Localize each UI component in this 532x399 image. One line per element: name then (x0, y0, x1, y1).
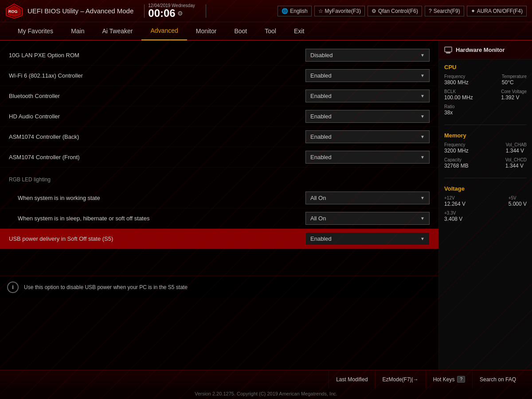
setting-label-lan-pxe: 10G LAN PXE Option ROM (9, 52, 305, 59)
hw-cpu-bclk-value: 100.00 MHz (444, 94, 473, 101)
dropdown-asm-back[interactable]: Enabled ▼ (305, 130, 430, 143)
dropdown-rgb-sleep[interactable]: All On ▼ (305, 212, 430, 225)
language-globe-icon: 🌐 (282, 8, 288, 14)
menu-advanced[interactable]: Advanced (141, 22, 187, 40)
datetime-area: 12/04/2019 Wednesday 00:06 ⚙ (148, 3, 195, 19)
hw-monitor-panel: Hardware Monitor CPU Frequency 3800 MHz … (439, 41, 532, 370)
myfavorite-label: MyFavorite(F3) (325, 8, 361, 14)
hw-cpu-title: CPU (444, 64, 527, 70)
search-button[interactable]: ? Search(F9) (425, 6, 464, 16)
setting-control-usb-power[interactable]: Enabled ▼ (305, 232, 430, 245)
setting-control-bluetooth[interactable]: Enabled ▼ (305, 90, 430, 102)
setting-control-asm-front[interactable]: Enabled ▼ (305, 151, 430, 164)
setting-row-asm-front[interactable]: ASM1074 Controller (Front) Enabled ▼ (0, 147, 438, 168)
qfan-button[interactable]: ⚙ Qfan Control(F6) (368, 6, 422, 16)
info-text: Use this option to disable USB power whe… (24, 284, 188, 290)
aura-button[interactable]: ✦ AURA ON/OFF(F4) (467, 6, 527, 16)
copyright-text: Version 2.20.1275. Copyright (C) 2019 Am… (195, 391, 337, 396)
last-modified-label: Last Modified (336, 376, 368, 383)
hotkeys-key: ? (457, 376, 465, 383)
language-label: English (290, 8, 307, 14)
setting-row-usb-power[interactable]: USB power delivery in Soft Off state (S5… (0, 229, 438, 249)
dropdown-hd-audio-arrow: ▼ (420, 114, 425, 119)
myfavorite-button[interactable]: ☆ MyFavorite(F3) (314, 6, 365, 16)
dropdown-hd-audio[interactable]: Enabled ▼ (305, 110, 430, 123)
hw-mem-freq-value: 3200 MHz (444, 148, 469, 154)
hw-mem-cap-label: Capacity (444, 157, 469, 162)
menu-main[interactable]: Main (62, 22, 93, 40)
setting-label-asm-back: ASM1074 Controller (Back) (9, 133, 305, 140)
hw-voltage-section: Voltage +12V 12.264 V +5V 5.000 V +3.3V … (439, 181, 532, 228)
dropdown-lan-pxe[interactable]: Disabled ▼ (305, 49, 430, 62)
hw-mem-freq-label: Frequency (444, 142, 469, 147)
last-modified-button[interactable]: Last Modified (329, 370, 375, 389)
search-faq-button[interactable]: Search on FAQ (472, 370, 523, 389)
hw-mem-volchcd-group: Vol_CHCD 1.344 V (505, 157, 527, 169)
dropdown-wifi[interactable]: Enabled ▼ (305, 69, 430, 82)
menu-boot[interactable]: Boot (225, 22, 256, 40)
hw-cpu-ratio-group: Ratio 38x (444, 104, 454, 116)
hotkeys-label: Hot Keys (433, 376, 455, 383)
dropdown-asm-back-arrow: ▼ (420, 134, 425, 139)
hotkeys-button[interactable]: Hot Keys ? (426, 370, 472, 389)
setting-control-rgb-working[interactable]: All On ▼ (305, 192, 430, 204)
setting-row-rgb-working[interactable]: When system is in working state All On ▼ (0, 188, 438, 208)
copyright-bar: Version 2.20.1275. Copyright (C) 2019 Am… (0, 388, 532, 399)
hw-monitor-title-bar: Hardware Monitor (439, 41, 532, 59)
hw-cpu-freq-value: 3800 MHz (444, 79, 469, 86)
qfan-icon: ⚙ (372, 8, 376, 14)
menu-exit[interactable]: Exit (285, 22, 313, 40)
dropdown-bluetooth-value: Enabled (310, 93, 332, 99)
datetime-time: 00:06 (148, 8, 175, 19)
setting-label-asm-front: ASM1074 Controller (Front) (9, 154, 305, 160)
dropdown-lan-pxe-value: Disabled (310, 52, 333, 59)
setting-row-hd-audio[interactable]: HD Audio Controller Enabled ▼ (0, 106, 438, 127)
settings-panel: 10G LAN PXE Option ROM Disabled ▼ Wi-Fi … (0, 41, 439, 370)
setting-row-wifi[interactable]: Wi-Fi 6 (802.11ax) Controller Enabled ▼ (0, 66, 438, 86)
language-button[interactable]: 🌐 English (278, 6, 311, 16)
hw-cpu-bclk-label: BCLK (444, 89, 473, 94)
hw-mem-volchcd-label: Vol_CHCD (505, 157, 527, 162)
hw-cpu-temp-value: 50°C (502, 79, 527, 86)
aura-icon: ✦ (471, 8, 475, 14)
hw-mem-cap-volchcd-row: Capacity 32768 MB Vol_CHCD 1.344 V (444, 157, 527, 169)
top-divider-2 (206, 4, 206, 18)
rog-logo-icon: ROG (5, 3, 23, 19)
hw-volt-33v-row: +3.3V 3.408 V (444, 211, 527, 222)
info-icon: i (7, 282, 19, 293)
setting-row-asm-back[interactable]: ASM1074 Controller (Back) Enabled ▼ (0, 127, 438, 147)
hw-cpu-corevolt-group: Core Voltage 1.392 V (501, 89, 527, 101)
clock-settings-icon[interactable]: ⚙ (177, 10, 183, 17)
search-faq-label: Search on FAQ (480, 376, 516, 383)
setting-control-wifi[interactable]: Enabled ▼ (305, 69, 430, 82)
setting-control-hd-audio[interactable]: Enabled ▼ (305, 110, 430, 123)
dropdown-rgb-working[interactable]: All On ▼ (305, 192, 430, 204)
ezmode-button[interactable]: EzMode(F7)|→ (375, 370, 426, 389)
svg-text:ROG: ROG (8, 9, 18, 14)
setting-label-hd-audio: HD Audio Controller (9, 113, 305, 120)
setting-row-rgb-sleep[interactable]: When system is in sleep, hibernate or so… (0, 208, 438, 229)
dropdown-rgb-sleep-value: All On (310, 215, 326, 222)
setting-label-rgb-sleep: When system is in sleep, hibernate or so… (18, 215, 305, 222)
setting-control-lan-pxe[interactable]: Disabled ▼ (305, 49, 430, 62)
setting-control-asm-back[interactable]: Enabled ▼ (305, 130, 430, 143)
hw-cpu-ratio-value: 38x (444, 110, 454, 116)
setting-row-bluetooth[interactable]: Bluetooth Controller Enabled ▼ (0, 86, 438, 106)
hw-cpu-temp-group: Temperature 50°C (502, 74, 527, 86)
menu-my-favorites[interactable]: My Favorites (9, 22, 62, 40)
setting-row-lan-pxe[interactable]: 10G LAN PXE Option ROM Disabled ▼ (0, 45, 438, 66)
dropdown-usb-power[interactable]: Enabled ▼ (305, 232, 430, 245)
setting-control-rgb-sleep[interactable]: All On ▼ (305, 212, 430, 225)
hw-mem-volchab-value: 1.344 V (506, 148, 527, 154)
dropdown-bluetooth-arrow: ▼ (420, 94, 425, 98)
menu-monitor[interactable]: Monitor (187, 22, 226, 40)
logo-area: ROG UEFI BIOS Utility – Advanced Mode (5, 3, 133, 19)
hw-mem-freq-group: Frequency 3200 MHz (444, 142, 469, 154)
menu-tool[interactable]: Tool (256, 22, 285, 40)
dropdown-bluetooth[interactable]: Enabled ▼ (305, 90, 430, 102)
menu-bar: My Favorites Main Ai Tweaker Advanced Mo… (0, 22, 532, 41)
hw-divider-1 (444, 125, 527, 125)
menu-ai-tweaker[interactable]: Ai Tweaker (93, 22, 141, 40)
dropdown-asm-front[interactable]: Enabled ▼ (305, 151, 430, 164)
dropdown-asm-back-value: Enabled (310, 133, 332, 140)
